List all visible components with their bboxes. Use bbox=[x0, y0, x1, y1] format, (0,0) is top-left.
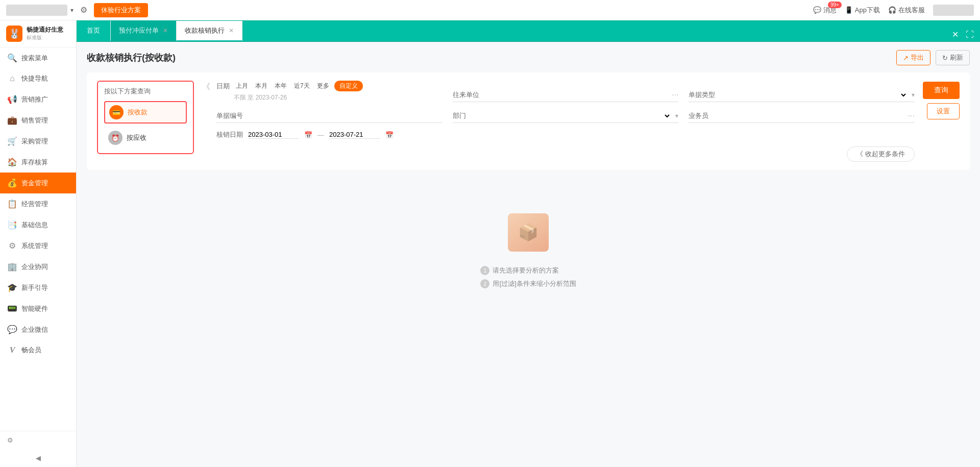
sidebar-item-label: 营销推广 bbox=[21, 95, 48, 104]
sidebar-item-enterprise[interactable]: 🏢 企业协同 bbox=[0, 256, 76, 277]
empty-hint-1: 1 请先选择要分析的方案 bbox=[480, 266, 576, 275]
sidebar-item-marketing[interactable]: 📢 营销推广 bbox=[0, 89, 76, 110]
date-more[interactable]: 更多 bbox=[315, 81, 331, 91]
voucher-num-label: 单据编号 bbox=[216, 111, 243, 120]
collapse-more-btn[interactable]: 《 收起更多条件 bbox=[847, 146, 915, 162]
sidebar-item-search-menu[interactable]: 🔍 搜索菜单 bbox=[0, 47, 76, 68]
sidebar-item-smart-hw[interactable]: 📟 智能硬件 bbox=[0, 298, 76, 319]
message-badge: 99+ bbox=[828, 2, 842, 8]
tab-bar-actions: ✕ ⛶ bbox=[950, 28, 980, 41]
empty-box-icon: 📦 bbox=[518, 223, 538, 242]
staff-label: 业务员 bbox=[689, 111, 708, 120]
sidebar-item-quick-nav[interactable]: ⌂ 快捷导航 bbox=[0, 68, 76, 89]
member-icon: V bbox=[7, 346, 17, 355]
verify-date-start-input[interactable] bbox=[248, 131, 299, 139]
online-service-button[interactable]: 🎧 在线客服 bbox=[888, 6, 925, 15]
tab-home[interactable]: 首页 bbox=[77, 21, 111, 41]
empty-state: 📦 1 请先选择要分析的方案 2 用[过滤]条件来缩小分析范围 bbox=[87, 176, 970, 319]
solution-button[interactable]: 休验行业方案 bbox=[94, 3, 148, 17]
verify-date-start-calendar[interactable]: 📅 bbox=[304, 131, 312, 139]
voucher-num-input[interactable] bbox=[247, 112, 443, 120]
page-content: 收款核销执行(按收款) ↗ 导出 ↻ 刷新 按以下方案查询 bbox=[77, 42, 980, 467]
verify-date-row: 核销日期 📅 — 📅 bbox=[216, 130, 915, 139]
verify-date-end-calendar[interactable]: 📅 bbox=[385, 131, 394, 139]
query-button[interactable]: 查询 bbox=[923, 82, 960, 99]
dept-select-wrap bbox=[470, 112, 672, 120]
voucher-type-select-wrap bbox=[719, 91, 908, 100]
tab-receivable[interactable]: 收款核销执行 ✕ bbox=[177, 21, 242, 41]
date-7days[interactable]: 近7天 bbox=[292, 81, 312, 91]
close-tab-btn[interactable]: ✕ bbox=[950, 28, 961, 41]
verify-date-end-input[interactable] bbox=[329, 131, 380, 139]
sidebar-item-label: 新手引导 bbox=[21, 283, 48, 292]
dept-chevron: ▾ bbox=[675, 112, 678, 119]
filter-collapse-btn[interactable]: 《 bbox=[202, 82, 210, 92]
sidebar-item-newbie[interactable]: 🎓 新手引导 bbox=[0, 277, 76, 298]
sidebar-item-sys-mgmt[interactable]: ⚙ 系统管理 bbox=[0, 235, 76, 256]
newbie-icon: 🎓 bbox=[7, 283, 17, 292]
smart-hw-icon: 📟 bbox=[7, 304, 17, 313]
collapse-icon: ◀ bbox=[36, 454, 41, 462]
empty-box: 📦 bbox=[508, 213, 549, 252]
wechat-icon: 💬 bbox=[7, 325, 17, 334]
refresh-button[interactable]: ↻ 刷新 bbox=[936, 50, 970, 65]
sidebar-item-label: 库存核算 bbox=[21, 158, 48, 167]
date-this-month[interactable]: 本月 bbox=[253, 81, 270, 91]
date-nolimit: 不限 至 2023-07-26 bbox=[216, 93, 443, 102]
sidebar-item-member[interactable]: V 畅会员 bbox=[0, 340, 76, 360]
partner-input[interactable] bbox=[483, 91, 668, 99]
filter-option-receipt[interactable]: 💳 按收款 bbox=[104, 101, 187, 124]
date-this-year[interactable]: 本年 bbox=[273, 81, 289, 91]
filter-option-receivable[interactable]: ⏰ 按应收 bbox=[104, 128, 187, 148]
gear-icon[interactable]: ⚙ bbox=[77, 3, 91, 17]
date-last-month[interactable]: 上月 bbox=[234, 81, 250, 91]
message-button[interactable]: 💬 消息 99+ bbox=[813, 6, 837, 15]
date-quick-row: 日期 上月 本月 本年 近7天 更多 自定义 bbox=[216, 81, 443, 91]
filter-left: 按以下方案查询 💳 按收款 ⏰ 按应收 bbox=[97, 81, 194, 154]
dropdown-icon[interactable]: ▾ bbox=[70, 7, 74, 14]
refresh-icon: ↻ bbox=[942, 54, 948, 62]
receivable-option-label: 按应收 bbox=[127, 133, 146, 142]
sidebar-item-wechat[interactable]: 💬 企业微信 bbox=[0, 319, 76, 340]
tab-bar: 首页 预付冲应付单 ✕ 收款核销执行 ✕ ✕ ⛶ bbox=[77, 20, 980, 42]
top-bar-logo-area: ▾ ⚙ 休验行业方案 bbox=[6, 3, 808, 17]
sidebar-settings-btn[interactable]: ⚙ bbox=[0, 431, 76, 449]
basic-info-icon: 📑 bbox=[7, 220, 17, 230]
dept-select[interactable] bbox=[470, 112, 672, 120]
enterprise-icon: 🏢 bbox=[7, 262, 17, 272]
setting-button[interactable]: 设置 bbox=[927, 103, 960, 119]
sidebar-item-sales[interactable]: 💼 销售管理 bbox=[0, 110, 76, 131]
bottom-action-row: 《 收起更多条件 bbox=[216, 146, 915, 162]
sidebar-item-label: 采购管理 bbox=[21, 137, 48, 146]
sidebar-item-label: 资金管理 bbox=[21, 179, 48, 188]
export-button[interactable]: ↗ 导出 bbox=[896, 50, 930, 65]
tab-receivable-close[interactable]: ✕ bbox=[229, 27, 234, 34]
sidebar-item-basic-info[interactable]: 📑 基础信息 bbox=[0, 214, 76, 235]
inventory-icon: 🏠 bbox=[7, 157, 17, 167]
sidebar-item-label: 快捷导航 bbox=[21, 74, 48, 83]
staff-input[interactable] bbox=[713, 112, 903, 120]
user-avatar[interactable] bbox=[933, 5, 974, 16]
sidebar-collapse-btn[interactable]: ◀ bbox=[0, 449, 76, 467]
receivable-icon: ⏰ bbox=[108, 131, 122, 145]
voucher-type-field: 单据类型 ▾ bbox=[689, 88, 915, 102]
expand-btn[interactable]: ⛶ bbox=[964, 28, 976, 41]
partner-dots[interactable]: ··· bbox=[672, 90, 678, 100]
staff-field: 业务员 ··· bbox=[689, 109, 915, 123]
main-layout: 🐰 畅捷通好生意 标准版 🔍 搜索菜单 ⌂ 快捷导航 📢 营销推广 💼 销售管理… bbox=[0, 20, 980, 467]
sidebar-item-inventory[interactable]: 🏠 库存核算 bbox=[0, 152, 76, 173]
date-field-wrap: 日期 上月 本月 本年 近7天 更多 自定义 不限 至 2023-07-26 bbox=[216, 81, 443, 102]
collapse-arrow-area: 《 bbox=[202, 81, 212, 162]
sidebar-item-purchase[interactable]: 🛒 采购管理 bbox=[0, 131, 76, 152]
voucher-type-select[interactable] bbox=[719, 91, 908, 100]
tab-prepay-close[interactable]: ✕ bbox=[163, 27, 168, 34]
sidebar-item-label: 经营管理 bbox=[21, 200, 48, 209]
sidebar-item-label: 畅会员 bbox=[21, 346, 41, 355]
staff-dots[interactable]: ··· bbox=[908, 111, 915, 120]
date-custom[interactable]: 自定义 bbox=[334, 81, 363, 91]
verify-date-label: 核销日期 bbox=[216, 130, 243, 139]
tab-prepay[interactable]: 预付冲应付单 ✕ bbox=[111, 21, 177, 41]
sidebar-item-finance[interactable]: 💰 资金管理 bbox=[0, 173, 76, 193]
sidebar-item-biz-mgmt[interactable]: 📋 经营管理 bbox=[0, 193, 76, 214]
app-download-button[interactable]: 📱 App下载 bbox=[845, 6, 880, 15]
